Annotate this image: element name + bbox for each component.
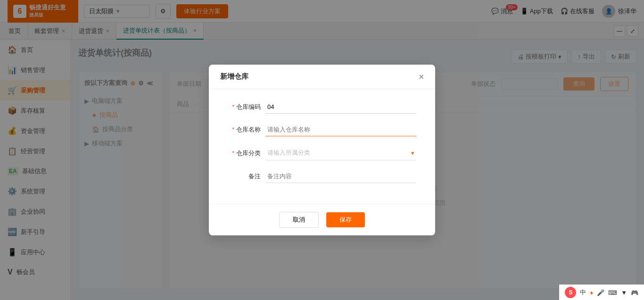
new-warehouse-modal: 新增仓库 × 仓库编码 仓库名称 仓库分类 请输入所属分类 ▾ [209, 65, 435, 235]
modal-backdrop: 新增仓库 × 仓库编码 仓库名称 仓库分类 请输入所属分类 ▾ [0, 0, 644, 300]
remark-input[interactable] [265, 170, 416, 183]
category-placeholder: 请输入所属分类 [267, 149, 310, 157]
code-label: 仓库编码 [228, 103, 265, 111]
modal-footer: 取消 保存 [209, 204, 435, 235]
status-dot-icon: ♦ [590, 289, 593, 296]
form-item-code: 仓库编码 [228, 100, 416, 114]
status-mic-icon[interactable]: 🎤 [597, 289, 604, 296]
category-chevron-icon: ▾ [411, 150, 414, 157]
status-keyboard-icon[interactable]: ⌨ [608, 289, 617, 296]
modal-title: 新增仓库 [220, 72, 248, 81]
category-select[interactable]: 请输入所属分类 ▾ [265, 146, 416, 160]
form-item-category: 仓库分类 请输入所属分类 ▾ [228, 146, 416, 160]
form-item-remark: 备注 [228, 170, 416, 183]
modal-header: 新增仓库 × [209, 65, 435, 89]
status-gamepad-icon[interactable]: 🎮 [631, 289, 638, 296]
modal-body: 仓库编码 仓库名称 仓库分类 请输入所属分类 ▾ 备注 [209, 89, 435, 204]
remark-label: 备注 [228, 172, 265, 181]
category-label: 仓库分类 [228, 149, 265, 158]
modal-close-btn[interactable]: × [419, 73, 424, 81]
status-zh-label[interactable]: 中 [580, 288, 586, 297]
save-btn[interactable]: 保存 [326, 212, 365, 227]
code-input[interactable] [265, 100, 416, 114]
name-label: 仓库名称 [228, 125, 265, 134]
status-s-icon: S [565, 287, 576, 298]
status-down-icon[interactable]: ▼ [621, 289, 627, 296]
cancel-btn[interactable]: 取消 [279, 212, 319, 228]
name-input[interactable] [265, 123, 416, 136]
form-item-name: 仓库名称 [228, 123, 416, 136]
status-bar: S 中 ♦ 🎤 ⌨ ▼ 🎮 [559, 284, 644, 300]
